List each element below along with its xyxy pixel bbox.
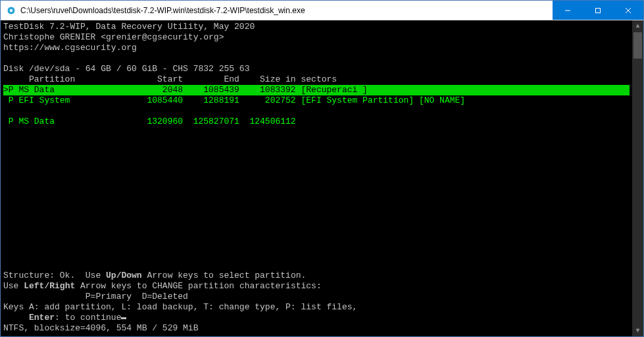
column-headers: Partition Start End Size in sectors <box>3 74 337 84</box>
leftright-line: Use Left/Right Arrow keys to CHANGE part… <box>3 281 322 291</box>
scroll-thumb[interactable] <box>633 32 642 59</box>
vertical-scrollbar[interactable]: ▲ ▼ <box>632 20 643 336</box>
structure-line: Structure: Ok. Use Up/Down Arrow keys to… <box>3 271 306 280</box>
svg-point-1 <box>10 9 12 11</box>
app-window: C:\Users\ruvel\Downloads\testdisk-7.2-WI… <box>0 0 644 337</box>
partition-row-selected[interactable]: >P MS Data 2048 1085439 1083392 [Recuper… <box>3 85 630 95</box>
console[interactable]: TestDisk 7.2-WIP, Data Recovery Utility,… <box>1 20 632 336</box>
legend-line: P=Primary D=Deleted <box>3 292 188 301</box>
header-line-2: Christophe GRENIER <grenier@cgsecurity.o… <box>3 32 224 42</box>
enter-line: Enter: to continue <box>3 313 126 323</box>
console-wrap: TestDisk 7.2-WIP, Data Recovery Utility,… <box>1 20 643 336</box>
fs-line: NTFS, blocksize=4096, 554 MB / 529 MiB <box>3 323 198 333</box>
header-line-3: https://www.cgsecurity.org <box>3 43 137 53</box>
titlebar[interactable]: C:\Users\ruvel\Downloads\testdisk-7.2-WI… <box>1 1 643 20</box>
cursor-icon <box>121 317 126 319</box>
app-icon <box>6 5 16 16</box>
partition-row[interactable]: P MS Data 1320960 125827071 124506112 <box>3 117 630 127</box>
footer: Structure: Ok. Use Up/Down Arrow keys to… <box>3 271 630 334</box>
scroll-up-icon[interactable]: ▲ <box>632 20 643 32</box>
disk-line: Disk /dev/sda - 64 GB / 60 GiB - CHS 783… <box>3 64 249 74</box>
minimize-button[interactable] <box>553 1 583 20</box>
partition-row[interactable]: P EFI System 1085440 1288191 202752 [EFI… <box>3 95 630 106</box>
close-button[interactable] <box>613 1 643 20</box>
header-line-1: TestDisk 7.2-WIP, Data Recovery Utility,… <box>3 22 255 32</box>
window-controls <box>553 1 643 20</box>
svg-rect-3 <box>596 8 601 13</box>
keys-line: Keys A: add partition, L: load backup, T… <box>3 302 357 312</box>
window-title: C:\Users\ruvel\Downloads\testdisk-7.2-WI… <box>20 6 553 15</box>
scroll-down-icon[interactable]: ▼ <box>632 325 643 336</box>
maximize-button[interactable] <box>583 1 613 20</box>
